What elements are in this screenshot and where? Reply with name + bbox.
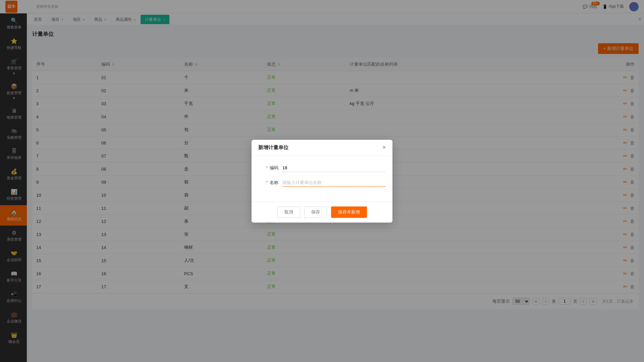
dialog-footer: 取消 保存 保存并新增 [252, 201, 392, 223]
dialog-overlay[interactable]: 新增计量单位 × * 编码 * 名称 取消 保存 保存并新增 [0, 0, 644, 362]
dialog-close-button[interactable]: × [383, 144, 386, 150]
name-input[interactable] [282, 179, 386, 187]
form-row-code: * 编码 [258, 164, 386, 172]
dialog-body: * 编码 * 名称 [252, 156, 392, 201]
name-label: * 名称 [258, 180, 278, 186]
add-unit-dialog: 新增计量单位 × * 编码 * 名称 取消 保存 保存并新增 [252, 140, 392, 223]
save-button[interactable]: 保存 [304, 206, 327, 218]
code-label: * 编码 [258, 165, 278, 171]
code-input[interactable] [282, 164, 386, 172]
dialog-title: 新增计量单位 [258, 144, 288, 151]
dialog-header: 新增计量单位 × [252, 140, 392, 156]
save-and-new-button[interactable]: 保存并新增 [331, 206, 367, 218]
form-row-name: * 名称 [258, 179, 386, 187]
cancel-button[interactable]: 取消 [277, 206, 300, 218]
